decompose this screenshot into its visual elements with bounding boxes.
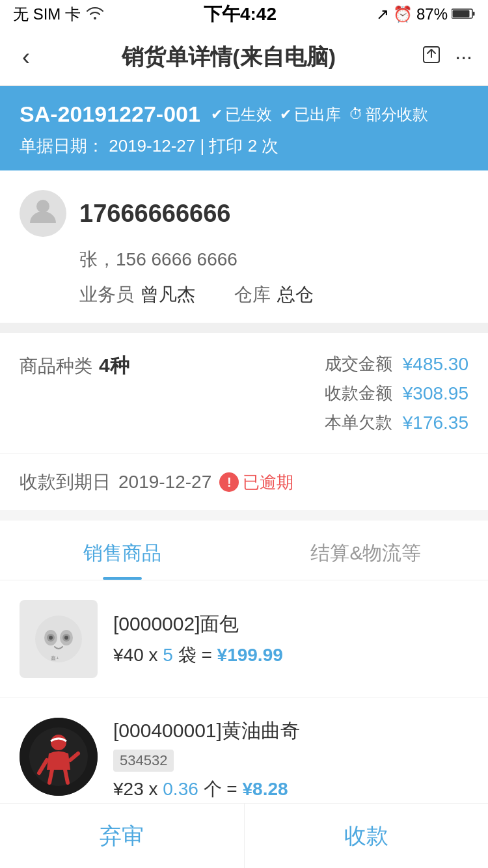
- tab-sales-products[interactable]: 销售商品: [0, 521, 244, 580]
- nav-bar: ‹ 销货单详情(来自电脑) ···: [0, 29, 488, 86]
- svg-rect-2: [452, 10, 469, 18]
- location-icon: ↗: [376, 5, 389, 23]
- customer-meta: 业务员 曾凡杰 仓库 总仓: [20, 282, 468, 307]
- order-id: SA-20191227-001: [20, 102, 200, 127]
- product-name: [000400001]黄油曲奇: [113, 718, 468, 744]
- order-header-top: SA-20191227-001 ✔ 已生效 ✔ 已出库 ⏱ 部分收款: [20, 102, 468, 127]
- customer-contact: 张，156 6666 6666: [20, 247, 468, 272]
- overdue-icon: !: [219, 472, 239, 492]
- status-badges: ✔ 已生效 ✔ 已出库 ⏱ 部分收款: [211, 104, 428, 125]
- avatar: [20, 190, 66, 237]
- battery-icon: [452, 5, 475, 23]
- stats-section: 商品种类 4种 成交金额 ¥485.30 收款金额 ¥308.95 本单欠款 ¥…: [0, 333, 488, 454]
- status-time: 下午4:42: [204, 2, 277, 27]
- due-date-row: 收款到期日 2019-12-27 ! 已逾期: [20, 470, 468, 495]
- order-date-row: 单据日期： 2019-12-27 | 打印 2 次: [20, 135, 468, 157]
- tabs-section: 销售商品 结算&物流等: [0, 521, 488, 580]
- svg-rect-1: [472, 12, 474, 16]
- products-section: 鑫+ [0000002]面包 ¥40 x 5 袋 = ¥199.99: [0, 580, 488, 822]
- page-title: 销货单详情(来自电脑): [122, 42, 336, 72]
- financial-stats: 成交金额 ¥485.30 收款金额 ¥308.95 本单欠款 ¥176.35: [325, 353, 468, 434]
- more-icon[interactable]: ···: [455, 45, 472, 69]
- overdue-badge: ! 已逾期: [219, 471, 293, 494]
- status-left: 无 SIM 卡: [13, 4, 104, 25]
- battery-text: 87%: [416, 5, 448, 23]
- product-thumbnail: [20, 718, 98, 796]
- due-date-section: 收款到期日 2019-12-27 ! 已逾期: [0, 454, 488, 510]
- product-info: [0000002]面包 ¥40 x 5 袋 = ¥199.99: [113, 600, 468, 678]
- carrier-text: 无 SIM 卡: [13, 4, 81, 25]
- status-right: ↗ ⏰ 87%: [376, 5, 475, 23]
- share-icon[interactable]: [421, 44, 442, 70]
- collect-payment-button[interactable]: 收款: [245, 804, 489, 868]
- due-date-value: 2019-12-27: [118, 472, 211, 493]
- debt-line: 本单欠款 ¥176.35: [325, 411, 468, 434]
- received-line: 收款金额 ¥308.95: [325, 382, 468, 405]
- svg-point-10: [49, 636, 53, 640]
- product-price-row: ¥40 x 5 袋 = ¥199.99: [113, 643, 468, 668]
- svg-text:鑫+: 鑫+: [51, 655, 59, 661]
- badge-shipped: ✔ 已出库: [280, 104, 341, 125]
- tabs-row: 销售商品 结算&物流等: [0, 521, 488, 580]
- badge-effective: ✔ 已生效: [211, 104, 272, 125]
- amount-line: 成交金额 ¥485.30: [325, 353, 468, 375]
- tab-settlement[interactable]: 结算&物流等: [244, 521, 488, 580]
- order-header: SA-20191227-001 ✔ 已生效 ✔ 已出库 ⏱ 部分收款 单据日期：…: [0, 86, 488, 170]
- warehouse: 仓库 总仓: [234, 282, 314, 307]
- product-item: 鑫+ [0000002]面包 ¥40 x 5 袋 = ¥199.99: [0, 580, 488, 698]
- product-name: [0000002]面包: [113, 611, 468, 638]
- svg-point-15: [51, 735, 66, 750]
- back-button[interactable]: ‹: [16, 37, 36, 77]
- overdue-text: 已逾期: [243, 471, 293, 494]
- stats-row: 商品种类 4种 成交金额 ¥485.30 收款金额 ¥308.95 本单欠款 ¥…: [20, 353, 468, 434]
- svg-point-11: [64, 636, 68, 640]
- product-thumbnail: 鑫+: [20, 600, 98, 678]
- customer-top: 17666666666: [20, 190, 468, 237]
- product-price-row: ¥23 x 0.36 个 = ¥8.28: [113, 777, 468, 802]
- alarm-icon: ⏰: [393, 5, 413, 23]
- cancel-audit-button[interactable]: 弃审: [0, 804, 245, 868]
- product-info: [000400001]黄油曲奇 534532 ¥23 x 0.36 个 = ¥8…: [113, 718, 468, 802]
- badge-partial: ⏱ 部分收款: [349, 104, 428, 125]
- customer-section: 17666666666 张，156 6666 6666 业务员 曾凡杰 仓库 总…: [0, 170, 488, 323]
- due-label: 收款到期日: [20, 470, 111, 495]
- customer-account-id: 17666666666: [79, 200, 230, 228]
- wifi-icon: [86, 5, 104, 23]
- clock-icon: ⏱: [349, 106, 363, 123]
- sales-person: 业务员 曾凡杰: [79, 282, 195, 307]
- nav-actions: ···: [421, 44, 472, 70]
- checkmark-icon: ✔: [211, 106, 223, 123]
- product-sku: 534532: [113, 750, 174, 772]
- divider1: [0, 323, 488, 333]
- checkmark2-icon: ✔: [280, 106, 291, 123]
- svg-point-4: [36, 200, 49, 213]
- status-bar: 无 SIM 卡 下午4:42 ↗ ⏰ 87%: [0, 0, 488, 29]
- user-icon: [27, 195, 59, 232]
- product-type-count: 商品种类 4种: [20, 353, 129, 379]
- bottom-action-bar: 弃审 收款: [0, 803, 488, 868]
